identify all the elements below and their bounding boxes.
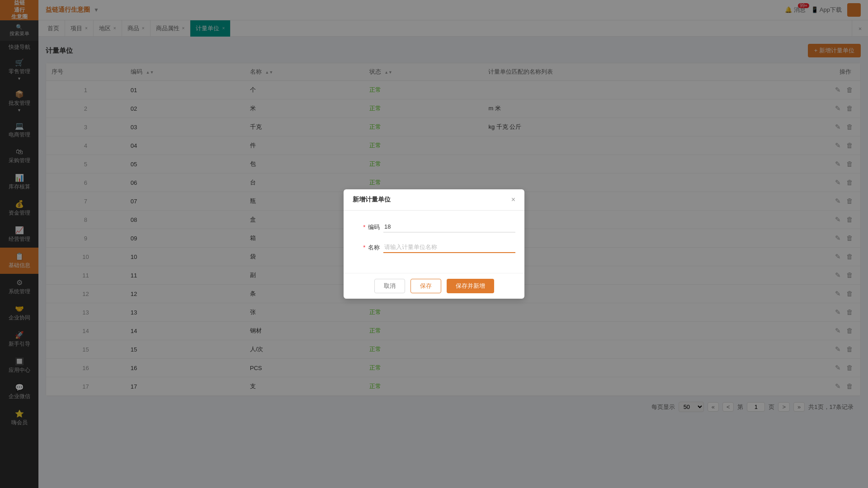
- modal-footer: 取消 保存 保存并新增: [344, 273, 524, 299]
- save-and-new-button[interactable]: 保存并新增: [447, 279, 494, 293]
- code-input[interactable]: [383, 221, 515, 233]
- save-button[interactable]: 保存: [410, 279, 441, 293]
- name-input[interactable]: [383, 242, 515, 253]
- name-label: * 名称: [353, 244, 380, 252]
- cancel-button[interactable]: 取消: [374, 279, 405, 293]
- modal-close-button[interactable]: ×: [511, 196, 515, 204]
- required-mark: *: [363, 244, 365, 251]
- code-field-row: * 编码: [353, 221, 515, 233]
- modal-body: * 编码 * 名称: [344, 211, 524, 273]
- modal-overlay[interactable]: 新增计量单位 × * 编码 * 名称 取消 保存 保存并新增: [0, 0, 868, 488]
- code-label: * 编码: [353, 223, 380, 231]
- required-mark: *: [363, 224, 365, 230]
- modal-header: 新增计量单位 ×: [344, 189, 524, 211]
- modal-title: 新增计量单位: [353, 196, 391, 204]
- name-field-row: * 名称: [353, 242, 515, 253]
- add-unit-modal: 新增计量单位 × * 编码 * 名称 取消 保存 保存并新增: [344, 189, 524, 299]
